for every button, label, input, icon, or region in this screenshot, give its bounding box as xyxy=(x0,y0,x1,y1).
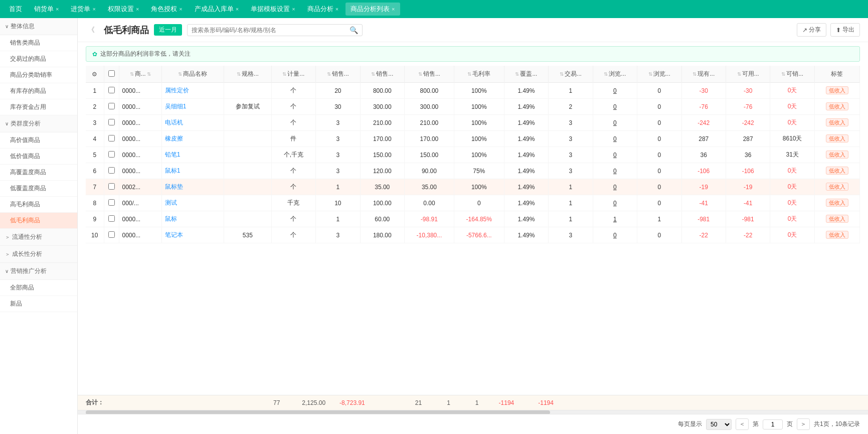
cell-checkbox[interactable] xyxy=(104,227,119,243)
browse1-link[interactable]: 0 xyxy=(613,168,617,175)
col-sales-qty[interactable]: ⇅销售... xyxy=(316,66,360,83)
close-icon[interactable]: × xyxy=(292,6,295,12)
col-sales-price[interactable]: ⇅销售... xyxy=(360,66,404,83)
nav-item-product-analysis[interactable]: 商品分析× xyxy=(302,3,343,16)
select-all-checkbox[interactable] xyxy=(108,70,115,77)
row-checkbox[interactable] xyxy=(108,199,115,206)
col-tag[interactable]: 标签 xyxy=(814,66,859,83)
close-icon[interactable]: × xyxy=(92,6,95,12)
page-number-input[interactable] xyxy=(763,419,783,429)
row-checkbox[interactable] xyxy=(108,231,115,238)
nav-item-permission[interactable]: 权限设置× xyxy=(103,3,144,16)
col-current-stock[interactable]: ⇅现有... xyxy=(681,66,726,83)
table-wrapper[interactable]: ⚙ ⇅商...⇅ ⇅商品名称 ⇅规格... xyxy=(78,66,868,395)
filter-recent-month-button[interactable]: 近一月 xyxy=(154,24,182,36)
export-button[interactable]: ⬆ 导出 xyxy=(830,23,860,37)
cell-name[interactable]: 鼠标 xyxy=(161,211,224,227)
sidebar-item-category-rate[interactable]: 商品分类助销率 xyxy=(0,67,77,83)
row-checkbox[interactable] xyxy=(108,87,115,93)
sidebar-item-low-coverage[interactable]: 低覆盖度商品 xyxy=(0,181,77,197)
sidebar-group-cluster[interactable]: ∨ 类群度分析 xyxy=(0,115,77,132)
cell-checkbox[interactable] xyxy=(104,163,119,179)
sidebar-item-low-value[interactable]: 低价值商品 xyxy=(0,149,77,165)
cell-checkbox[interactable] xyxy=(104,131,119,147)
row-checkbox[interactable] xyxy=(108,151,115,158)
row-checkbox[interactable] xyxy=(108,183,115,190)
cell-name[interactable]: 吴细细1 xyxy=(161,99,224,115)
row-checkbox[interactable] xyxy=(108,135,115,141)
sidebar-group-overall[interactable]: ∨ 整体信息 xyxy=(0,18,77,35)
sidebar-group-growth[interactable]: ＞ 成长性分析 xyxy=(0,246,77,263)
browse1-link[interactable]: 0 xyxy=(613,200,617,207)
col-saleable[interactable]: ⇅可销... xyxy=(770,66,814,83)
collapse-sidebar-icon[interactable]: 《 xyxy=(86,24,97,37)
cell-checkbox[interactable] xyxy=(104,115,119,131)
cell-name[interactable]: 橡皮擦 xyxy=(161,131,224,147)
sidebar-item-new-goods[interactable]: 新品 xyxy=(0,296,77,312)
row-checkbox[interactable] xyxy=(108,215,115,222)
nav-item-product-inbound[interactable]: 产成品入库单× xyxy=(190,3,244,16)
sidebar-item-low-margin[interactable]: 低毛利商品 xyxy=(0,213,77,229)
sidebar-group-flow[interactable]: ＞ 流通性分析 xyxy=(0,229,77,246)
col-gross-rate[interactable]: ⇅毛利率 xyxy=(454,66,504,83)
col-sales-amount[interactable]: ⇅销售... xyxy=(404,66,454,83)
cell-name[interactable]: 鼠标1 xyxy=(161,163,224,179)
close-icon[interactable]: × xyxy=(335,6,338,12)
cell-checkbox[interactable] xyxy=(104,211,119,227)
sidebar-item-high-value[interactable]: 高价值商品 xyxy=(0,132,77,149)
browse1-link[interactable]: 0 xyxy=(613,184,617,191)
nav-item-purchase[interactable]: 进货单× xyxy=(66,3,100,16)
sidebar-item-in-stock[interactable]: 有库存的商品 xyxy=(0,83,77,99)
col-name[interactable]: ⇅商品名称 xyxy=(161,66,224,83)
row-checkbox[interactable] xyxy=(108,119,115,125)
cell-checkbox[interactable] xyxy=(104,195,119,211)
cell-checkbox[interactable] xyxy=(104,179,119,195)
cell-name[interactable]: 鼠标垫 xyxy=(161,179,224,195)
sidebar-group-marketing[interactable]: ∨ 营销推广分析 xyxy=(0,263,77,280)
sidebar-item-traded-goods[interactable]: 交易过的商品 xyxy=(0,51,77,67)
search-input[interactable] xyxy=(192,27,350,34)
next-page-button[interactable]: ＞ xyxy=(797,418,810,430)
col-checkbox[interactable] xyxy=(104,66,119,83)
close-icon[interactable]: × xyxy=(236,6,239,12)
browse1-link[interactable]: 0 xyxy=(613,87,617,94)
cell-name[interactable]: 电话机 xyxy=(161,115,224,131)
cell-checkbox[interactable] xyxy=(104,99,119,115)
nav-item-role[interactable]: 角色授权× xyxy=(146,3,187,16)
col-coverage[interactable]: ⇅覆盖... xyxy=(504,66,548,83)
col-browse2[interactable]: ⇅浏览... xyxy=(637,66,681,83)
sidebar-item-all-goods[interactable]: 全部商品 xyxy=(0,280,77,296)
nav-item-sales[interactable]: 销货单× xyxy=(29,3,64,16)
col-spec[interactable]: ⇅规格... xyxy=(224,66,271,83)
close-icon[interactable]: × xyxy=(56,6,59,12)
sidebar-item-high-coverage[interactable]: 高覆盖度商品 xyxy=(0,165,77,181)
cell-name[interactable]: 铅笔1 xyxy=(161,147,224,163)
col-browse1[interactable]: ⇅浏览... xyxy=(593,66,637,83)
browse1-link[interactable]: 0 xyxy=(613,152,617,159)
search-icon[interactable]: 🔍 xyxy=(350,26,358,34)
col-unit[interactable]: ⇅计量... xyxy=(271,66,315,83)
row-checkbox[interactable] xyxy=(108,167,115,174)
close-icon[interactable]: × xyxy=(392,6,395,12)
browse1-link[interactable]: 0 xyxy=(613,119,617,126)
cell-checkbox[interactable] xyxy=(104,147,119,163)
col-code[interactable]: ⇅商...⇅ xyxy=(119,66,161,83)
sidebar-item-high-margin[interactable]: 高毛利商品 xyxy=(0,197,77,213)
cell-name[interactable]: 测试 xyxy=(161,195,224,211)
nav-item-home[interactable]: 首页 xyxy=(4,3,27,16)
horizontal-scrollbar[interactable] xyxy=(78,410,868,414)
sidebar-item-stock-capital[interactable]: 库存资金占用 xyxy=(0,99,77,115)
browse1-link[interactable]: 1 xyxy=(613,216,617,223)
browse1-link[interactable]: 0 xyxy=(613,232,617,239)
col-settings[interactable]: ⚙ xyxy=(86,66,104,83)
cell-checkbox[interactable] xyxy=(104,83,119,99)
col-available[interactable]: ⇅可用... xyxy=(726,66,770,83)
close-icon[interactable]: × xyxy=(179,6,182,12)
per-page-select[interactable]: 50 10 20 100 xyxy=(706,419,732,430)
row-checkbox[interactable] xyxy=(108,103,115,109)
cell-name[interactable]: 笔记本 xyxy=(161,227,224,243)
nav-item-template[interactable]: 单据模板设置× xyxy=(246,3,300,16)
close-icon[interactable]: × xyxy=(136,6,139,12)
share-button[interactable]: ↗ 分享 xyxy=(797,23,826,37)
cell-name[interactable]: 属性定价 xyxy=(161,83,224,99)
